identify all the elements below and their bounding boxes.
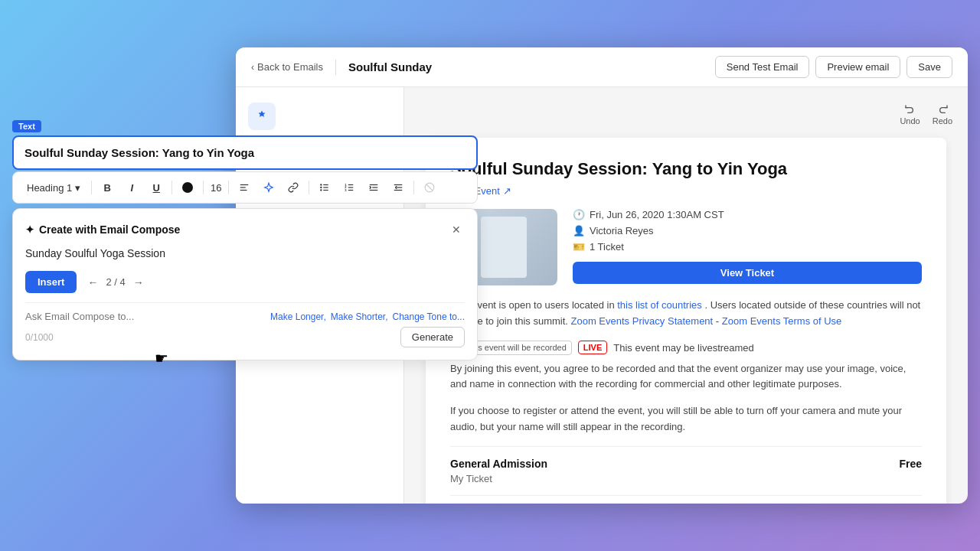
toolbar-separator-3 [203, 181, 204, 194]
svg-point-7 [321, 187, 322, 187]
admission-title: General Admission [450, 458, 547, 470]
admission-price: Free [899, 458, 922, 470]
prev-page-button[interactable]: ← [84, 275, 101, 290]
undo-button[interactable]: Undo [900, 103, 920, 126]
toolbar-separator-5 [309, 181, 309, 194]
color-picker[interactable] [177, 177, 198, 198]
redo-button[interactable]: Redo [933, 103, 952, 126]
svg-point-6 [321, 184, 322, 185]
make-longer-button[interactable]: Make Longer, [270, 311, 326, 322]
toolbar-separator-6 [413, 181, 414, 194]
divider-1 [450, 446, 922, 447]
live-badge: LIVE [578, 341, 607, 354]
make-shorter-button[interactable]: Make Shorter, [331, 311, 388, 322]
svg-point-8 [321, 190, 322, 191]
admission-row: General Admission Free [450, 458, 922, 470]
page-title: Soulful Sunday [348, 60, 715, 73]
ticket-count: 1 Ticket [590, 241, 624, 253]
back-link-label: Back to Emails [257, 61, 323, 73]
event-meta: 🕐 Fri, Jun 26, 2020 1:30AM CST 👤 Victori… [573, 209, 922, 285]
heading-selector[interactable]: Heading 1 ▾ [21, 179, 87, 197]
preview-email-button[interactable]: Preview email [815, 56, 900, 78]
page-indicator: 2 / 4 [106, 276, 125, 288]
italic-button[interactable]: I [121, 177, 142, 198]
nav-actions: Send Test Email Preview email Save [715, 56, 952, 78]
bullet-list-button[interactable] [314, 177, 335, 198]
toolbar-separator-1 [91, 181, 92, 194]
ai-quick-actions: Make Longer, Make Shorter, Change Tone t… [270, 311, 465, 322]
send-test-email-button[interactable]: Send Test Email [715, 56, 810, 78]
recording-consent-text: By joining this event, you agree to be r… [450, 361, 922, 393]
event-date: Fri, Jun 26, 2020 1:30AM CST [590, 209, 724, 220]
ai-actions-row: Insert ← 2 / 4 → [25, 271, 465, 293]
ai-footer: 0/1000 Generate [25, 327, 465, 347]
email-preview: Soulful Sunday Session: Yang to Yin Yoga… [426, 138, 946, 504]
nav-divider [335, 60, 336, 75]
cursor-hand: ☛ [155, 349, 168, 367]
pagination-controls: ← 2 / 4 → [84, 275, 146, 290]
host-name-meta: Victoria Reyes [590, 225, 654, 236]
ai-compose-panel: ✦ Create with Email Compose ✕ Sunday Sou… [12, 208, 478, 360]
clear-format-button[interactable] [419, 177, 440, 198]
svg-line-22 [426, 184, 433, 191]
outdent-button[interactable] [387, 177, 409, 198]
spark-icon: ✦ [25, 223, 34, 236]
heading-label: Heading 1 [27, 182, 72, 194]
body-text-countries: This event is open to users located in t… [450, 298, 922, 330]
host-row: 👤 Victoria Reyes [573, 225, 922, 236]
privacy-link[interactable]: Zoom Events Privacy Statement [571, 315, 714, 327]
external-link-icon: ↗ [503, 185, 511, 197]
admission-subtitle: My Ticket [450, 473, 922, 484]
undo-redo-bar: Undo Redo [900, 103, 952, 126]
heading-chevron-icon: ▾ [75, 182, 80, 194]
indent-button[interactable] [363, 177, 384, 198]
svg-text:3: 3 [345, 188, 347, 192]
ordered-list-button[interactable]: 1 2 3 [338, 177, 360, 198]
ticket-row: 🎫 1 Ticket [573, 241, 922, 253]
insert-button[interactable]: Insert [25, 271, 77, 293]
ai-compose-close-button[interactable]: ✕ [448, 221, 465, 238]
view-event-link[interactable]: View Event ↗ [450, 185, 922, 197]
event-details-row: 🕐 Fri, Jun 26, 2020 1:30AM CST 👤 Victori… [450, 209, 922, 285]
next-page-button[interactable]: → [130, 275, 147, 290]
color-dot [182, 182, 193, 193]
back-to-emails-link[interactable]: ‹ Back to Emails [251, 61, 323, 73]
magic-wand-button[interactable] [258, 177, 279, 198]
divider-2 [450, 495, 922, 496]
terms-link[interactable]: Zoom Events Terms of Use [722, 315, 842, 327]
toolbar-separator-4 [228, 181, 229, 194]
ai-prompt-input[interactable] [25, 311, 270, 322]
text-badge: Text [12, 120, 41, 132]
ai-prompt-row: Make Longer, Make Shorter, Change Tone t… [25, 302, 465, 322]
camera-text: If you choose to register or attend the … [450, 403, 922, 435]
bold-button[interactable]: B [96, 177, 118, 198]
editor-overlay: Text Soulful Sunday Session: Yang to Yin… [0, 119, 490, 360]
ticket-icon: 🎫 [573, 241, 585, 253]
formatting-toolbar: Heading 1 ▾ B I U 16 [12, 171, 478, 204]
chevron-left-icon: ‹ [251, 62, 254, 73]
email-event-title: Soulful Sunday Session: Yang to Yin Yoga [450, 159, 922, 179]
toolbar-separator-2 [172, 181, 172, 194]
generate-button[interactable]: Generate [400, 327, 465, 347]
countries-link[interactable]: this list of countries [617, 299, 702, 311]
align-left-button[interactable] [234, 177, 255, 198]
link-button[interactable] [283, 177, 304, 198]
ai-suggestion-text: Sunday Soulful Yoga Session [25, 246, 465, 262]
ai-compose-header: ✦ Create with Email Compose ✕ [25, 221, 465, 238]
view-ticket-button[interactable]: View Ticket [573, 262, 922, 284]
ai-compose-title: ✦ Create with Email Compose [25, 223, 180, 236]
recording-info-row: ☐ This event will be recorded LIVE This … [450, 341, 922, 355]
event-date-row: 🕐 Fri, Jun 26, 2020 1:30AM CST [573, 209, 922, 220]
text-editor-field[interactable]: Soulful Sunday Session: Yang to Yin Yoga [12, 135, 478, 170]
clock-icon: 🕐 [573, 209, 585, 220]
person-icon: 👤 [573, 225, 585, 236]
top-nav: ‹ Back to Emails Soulful Sunday Send Tes… [236, 47, 968, 87]
underline-button[interactable]: U [145, 177, 167, 198]
save-button[interactable]: Save [906, 56, 952, 78]
char-count: 0/1000 [25, 332, 54, 343]
livestreamed-text: This event may be livestreamed [613, 342, 754, 354]
font-size-display: 16 [208, 182, 224, 194]
change-tone-button[interactable]: Change Tone to... [392, 311, 465, 322]
